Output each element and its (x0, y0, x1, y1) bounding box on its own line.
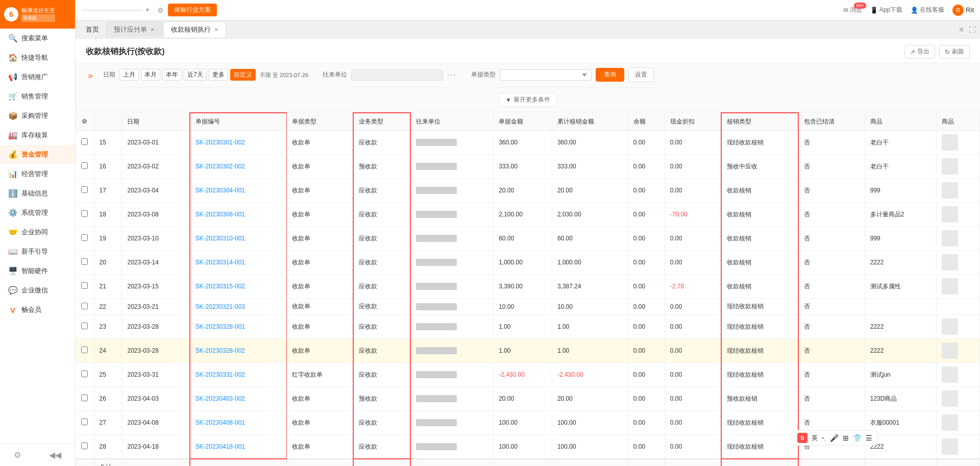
collapse-icon[interactable]: ◀◀ (47, 448, 63, 462)
partner-filter-input[interactable] (351, 69, 443, 81)
sidebar-item-shortcut[interactable]: 🏠 快捷导航 (0, 48, 75, 67)
row-checkbox[interactable] (81, 282, 88, 289)
tab-pending[interactable]: 预计应付单 ✕ (106, 21, 162, 37)
sidebar-item-basic[interactable]: ℹ️ 基础信息 (0, 184, 75, 203)
doc-no-link[interactable]: SK-20230321-003 (195, 303, 245, 310)
doc-no-link[interactable]: SK-20230403-002 (195, 395, 245, 402)
col-gear[interactable]: ⚙ (76, 113, 94, 131)
cell-checkbox[interactable] (76, 387, 94, 411)
this-month-btn[interactable]: 本月 (141, 69, 160, 81)
cell-checkbox[interactable] (76, 275, 94, 299)
doc-no-link[interactable]: SK-20230310-001 (195, 235, 245, 242)
doc-no-link[interactable]: SK-20230315-002 (195, 283, 245, 290)
online-service-button[interactable]: 👤 在线客服 (911, 6, 944, 14)
cell-checkbox[interactable] (76, 299, 94, 315)
col-doc-no[interactable]: 单据编号 (190, 113, 287, 131)
query-button[interactable]: 查询 (596, 68, 624, 82)
sidebar-item-operation[interactable]: 📊 经营管理 (0, 164, 75, 184)
col-cum-write-off[interactable]: 累计核销金额 (552, 113, 628, 131)
row-checkbox[interactable] (81, 162, 88, 169)
tab-receipt-exec[interactable]: 收款核销执行 ✕ (163, 21, 226, 37)
col-balance[interactable]: 余额 (628, 113, 665, 131)
cell-checkbox[interactable] (76, 131, 94, 155)
row-checkbox[interactable] (81, 395, 88, 401)
sidebar-item-inventory[interactable]: 🏭 库存核算 (0, 126, 75, 145)
last-7-days-btn[interactable]: 近7天 (184, 69, 207, 81)
doc-no-link[interactable]: SK-20230328-001 (195, 323, 245, 330)
col-date[interactable]: 日期 (122, 113, 190, 131)
row-checkbox[interactable] (81, 323, 88, 329)
sidebar-item-system[interactable]: ⚙️ 系统管理 (0, 203, 75, 223)
col-cash-discount[interactable]: 现金折扣 (665, 113, 721, 131)
doc-no-link[interactable]: SK-20230302-002 (195, 163, 245, 170)
doc-no-link[interactable]: SK-20230301-002 (195, 139, 245, 146)
filter-toggle-icon[interactable]: » (86, 68, 95, 83)
cell-checkbox[interactable] (76, 227, 94, 251)
cell-checkbox[interactable] (76, 363, 94, 387)
doc-no-link[interactable]: SK-20230331-002 (195, 371, 245, 378)
col-goods[interactable]: 商品 (865, 113, 936, 131)
custom-date-btn[interactable]: 自定义 (230, 69, 256, 81)
input-shirt-icon[interactable]: 👕 (853, 434, 862, 442)
row-checkbox[interactable] (81, 258, 88, 265)
filter-settings-button[interactable]: 设置 (628, 67, 654, 82)
sidebar-item-finance[interactable]: 💰 资金管理 (0, 145, 75, 164)
col-write-off-type[interactable]: 核销类型 (721, 113, 798, 131)
tab-home[interactable]: 首页 (80, 22, 105, 37)
column-settings-icon[interactable]: ⚙ (82, 118, 87, 125)
expand-conditions-button[interactable]: ▼ 展开更多条件 (499, 93, 557, 107)
sidebar-item-enterprise[interactable]: 🤝 企业协同 (0, 223, 75, 242)
refresh-button[interactable]: ↻ 刷新 (939, 45, 970, 59)
doc-no-link[interactable]: SK-20230314-001 (195, 259, 245, 266)
input-grid-icon[interactable]: ⊞ (843, 434, 849, 442)
sidebar-item-guide[interactable]: 📖 新手引导 (0, 242, 75, 261)
user-area[interactable]: R Rit (952, 5, 974, 16)
row-checkbox[interactable] (81, 347, 88, 353)
cell-checkbox[interactable] (76, 411, 94, 435)
sidebar-item-purchase[interactable]: 📦 采购管理 (0, 106, 75, 126)
row-checkbox[interactable] (81, 303, 88, 309)
doc-no-link[interactable]: SK-20230328-002 (195, 347, 245, 354)
col-partner[interactable]: 往来单位 (410, 113, 493, 131)
col-doc-amount[interactable]: 单据金额 (494, 113, 552, 131)
doc-no-link[interactable]: SK-20230408-001 (195, 419, 245, 426)
cell-checkbox[interactable] (76, 315, 94, 339)
row-checkbox[interactable] (81, 371, 88, 377)
col-biz-type[interactable]: 业务类型 (353, 113, 410, 131)
sidebar-item-hardware[interactable]: 🖥️ 智能硬件 (0, 261, 75, 281)
input-mic-icon[interactable]: 🎤 (830, 434, 839, 442)
this-year-btn[interactable]: 本年 (162, 69, 182, 81)
doc-type-filter-select[interactable] (500, 69, 592, 81)
app-download-button[interactable]: 📱 App下载 (870, 6, 902, 14)
window-close-icon[interactable]: ✕ (959, 26, 965, 34)
row-checkbox[interactable] (81, 234, 88, 241)
row-checkbox[interactable] (81, 419, 88, 425)
col-doc-type[interactable]: 单据类型 (287, 113, 353, 131)
input-menu-icon[interactable]: ☰ (866, 434, 872, 442)
topbar-gear-icon[interactable]: ⚙ (157, 6, 164, 14)
doc-no-link[interactable]: SK-20230304-001 (195, 187, 245, 194)
tab-pending-close-icon[interactable]: ✕ (150, 27, 155, 33)
filter-more-icon[interactable]: ··· (447, 70, 457, 80)
window-expand-icon[interactable]: ⛶ (969, 26, 976, 34)
row-checkbox[interactable] (81, 138, 88, 145)
input-lang-icon[interactable]: 英 (812, 434, 818, 443)
solution-button[interactable]: 体验行业方案 (168, 4, 217, 16)
sidebar-item-search[interactable]: 🔍 搜索菜单 (0, 29, 75, 48)
col-incl-settled[interactable]: 包含已结清 (798, 113, 865, 131)
cell-checkbox[interactable] (76, 339, 94, 363)
doc-no-link[interactable]: SK-20230308-001 (195, 211, 245, 218)
export-button[interactable]: ↗ 导出 (904, 45, 935, 59)
cell-checkbox[interactable] (76, 251, 94, 275)
more-dates-btn[interactable]: 更多 (209, 69, 228, 81)
doc-no-link[interactable]: SK-20230418-001 (195, 443, 245, 450)
sidebar-item-member[interactable]: V 畅会员 (0, 300, 75, 320)
settings-icon[interactable]: ⚙ (12, 448, 23, 462)
cell-checkbox[interactable] (76, 179, 94, 203)
sidebar-item-wechat[interactable]: 💬 企业微信 (0, 281, 75, 300)
row-checkbox[interactable] (81, 186, 88, 193)
cell-checkbox[interactable] (76, 155, 94, 179)
col-goods2[interactable]: 商品 (937, 113, 980, 131)
tab-receipt-close-icon[interactable]: ✕ (214, 27, 218, 33)
cell-checkbox[interactable] (76, 435, 94, 459)
